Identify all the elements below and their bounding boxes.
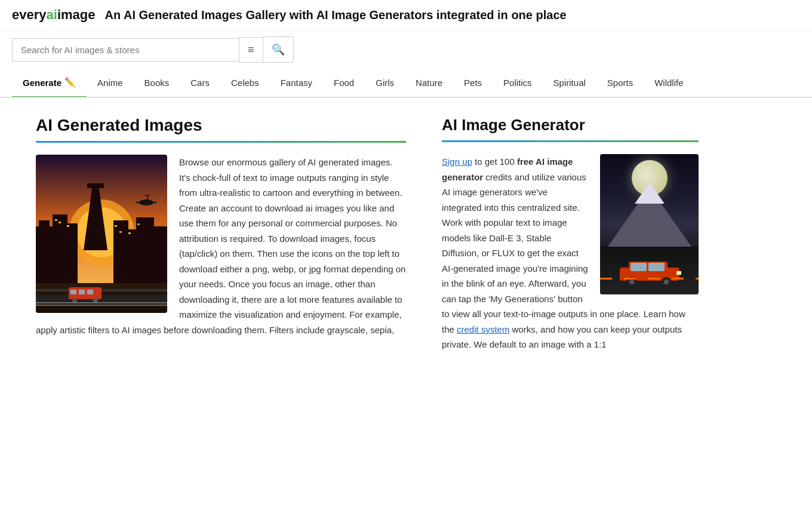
right-body-text: Sign up to get 100 free AI image generat…: [442, 154, 699, 352]
nature-label: Nature: [416, 78, 442, 88]
books-label: Books: [144, 78, 170, 88]
nav-item-fantasy[interactable]: Fantasy: [270, 69, 323, 98]
pets-label: Pets: [464, 78, 482, 88]
anime-label: Anime: [97, 78, 123, 88]
car-svg: [614, 256, 685, 285]
svg-rect-25: [79, 290, 85, 294]
nav-item-books[interactable]: Books: [134, 69, 180, 98]
svg-rect-16: [115, 225, 117, 227]
svg-point-27: [72, 298, 77, 303]
wand-icon: ✏️: [64, 77, 76, 88]
svg-rect-14: [59, 222, 61, 223]
section-title-right: AI Image Generator: [442, 116, 699, 134]
logo-suffix: image: [57, 7, 96, 22]
sports-label: Sports: [607, 78, 633, 88]
svg-rect-5: [53, 214, 67, 292]
right-column: AI Image Generator: [442, 116, 699, 352]
city-image[interactable]: [36, 155, 167, 313]
search-bar-wrapper: ≡ 🔍: [0, 30, 812, 69]
nav-item-anime[interactable]: Anime: [87, 69, 134, 98]
svg-rect-26: [87, 290, 93, 294]
ai-generator-image[interactable]: [600, 154, 699, 294]
filter-icon: ≡: [248, 44, 254, 56]
logo-ai: ai: [47, 7, 57, 22]
filter-button[interactable]: ≡: [239, 37, 263, 63]
wildlife-label: Wildlife: [654, 78, 683, 88]
nav-item-generate[interactable]: Generate ✏️: [12, 69, 87, 98]
svg-point-40: [629, 279, 634, 284]
nav-item-politics[interactable]: Politics: [493, 69, 543, 98]
nav-item-food[interactable]: Food: [323, 69, 365, 98]
politics-label: Politics: [503, 78, 532, 88]
svg-point-28: [93, 298, 98, 303]
nav-bar: Generate ✏️ Anime Books Cars Celebs Fant…: [0, 69, 812, 98]
search-input[interactable]: [12, 38, 239, 62]
generate-label: Generate: [23, 78, 61, 88]
nav-item-spiritual[interactable]: Spiritual: [543, 69, 596, 98]
left-divider: [36, 141, 406, 143]
spiritual-label: Spiritual: [553, 78, 586, 88]
svg-rect-15: [67, 225, 69, 227]
signup-link[interactable]: Sign up: [442, 156, 472, 167]
svg-rect-24: [70, 290, 76, 294]
left-body-text: Browse our enormous gallery of AI genera…: [36, 155, 406, 337]
nav-item-nature[interactable]: Nature: [405, 69, 453, 98]
site-tagline: An AI Generated Images Gallery with AI I…: [104, 8, 800, 22]
svg-rect-4: [39, 220, 50, 238]
section-title-left: AI Generated Images: [36, 116, 406, 135]
svg-rect-38: [648, 263, 665, 271]
left-column: AI Generated Images: [36, 116, 406, 352]
ai-image-inner: [600, 154, 699, 294]
svg-rect-18: [128, 232, 131, 234]
girls-label: Girls: [376, 78, 394, 88]
nav-item-cars[interactable]: Cars: [180, 69, 220, 98]
credit-system-link[interactable]: credit system: [457, 324, 509, 334]
main-content: AI Generated Images: [0, 98, 812, 370]
header: everyaiimage An AI Generated Images Gall…: [0, 0, 812, 30]
nav-item-wildlife[interactable]: Wildlife: [644, 69, 694, 98]
logo-prefix: every: [12, 7, 47, 22]
cars-label: Cars: [190, 78, 210, 88]
nav-item-girls[interactable]: Girls: [365, 69, 405, 98]
svg-rect-19: [137, 223, 140, 225]
fantasy-label: Fantasy: [281, 78, 312, 88]
nav-item-celebs[interactable]: Celebs: [220, 69, 270, 98]
svg-rect-8: [87, 183, 104, 188]
logo[interactable]: everyaiimage: [12, 7, 95, 23]
mountain-snow-element: [635, 183, 665, 204]
svg-rect-17: [119, 231, 122, 233]
car-scene: [600, 247, 699, 294]
svg-point-42: [664, 279, 669, 284]
search-button[interactable]: 🔍: [263, 36, 294, 63]
right-divider: [442, 140, 699, 142]
intro-text: to get 100: [472, 156, 517, 167]
nav-item-sports[interactable]: Sports: [596, 69, 644, 98]
search-icon: 🔍: [272, 44, 285, 56]
nav-item-pets[interactable]: Pets: [453, 69, 493, 98]
svg-rect-13: [55, 219, 57, 221]
food-label: Food: [334, 78, 354, 88]
celebs-label: Celebs: [231, 78, 259, 88]
road-line: [600, 278, 699, 279]
svg-rect-37: [630, 263, 647, 271]
svg-rect-43: [676, 271, 681, 275]
